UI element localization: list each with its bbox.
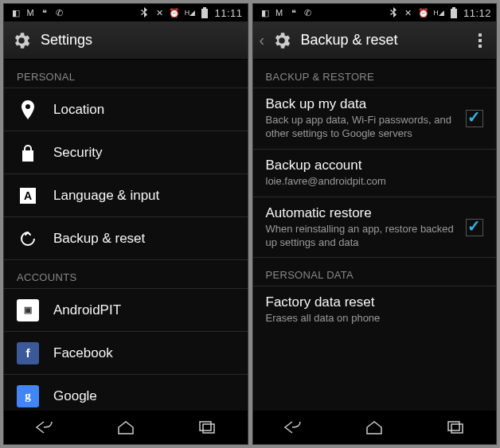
item-backup-my-data[interactable]: Back up my data Back up app data, Wi-Fi …: [253, 88, 497, 150]
item-factory-reset[interactable]: Factory data reset Erases all data on ph…: [253, 286, 497, 333]
account-icon: f: [17, 342, 39, 364]
svg-rect-7: [451, 9, 457, 18]
item-label: Language & input: [53, 188, 235, 204]
item-label: Facebook: [53, 345, 235, 361]
status-bar: ◧ M ❝ ✆ ✕ ⏰ H◢ 11:11: [4, 4, 248, 21]
signal-icon: H◢: [184, 7, 195, 18]
bluetooth-icon: [388, 7, 399, 18]
item-label: Automatic restore: [266, 205, 467, 221]
item-label: Security: [53, 145, 235, 161]
settings-gear-icon[interactable]: [271, 29, 293, 52]
back-button[interactable]: [27, 416, 62, 438]
item-sublabel: loie.favre@androidpit.com: [266, 175, 484, 189]
vibrate-icon: ✕: [154, 7, 165, 18]
section-header-accounts: ACCOUNTS: [4, 260, 248, 289]
clock: 11:11: [214, 7, 242, 19]
svg-rect-4: [200, 422, 211, 430]
status-gmail-icon: M: [274, 7, 285, 18]
bluetooth-icon: [139, 7, 150, 18]
item-account-facebook[interactable]: f Facebook: [4, 332, 248, 375]
checkbox-backup-data[interactable]: [466, 110, 483, 127]
status-notification-icon: ◧: [10, 7, 21, 18]
status-bar: ◧ M ❝ ✆ ✕ ⏰ H◢ 11:12: [253, 4, 497, 21]
battery-icon: [448, 7, 459, 18]
recent-apps-button[interactable]: [189, 416, 225, 438]
svg-rect-1: [201, 9, 208, 18]
page-title: Backup & reset: [301, 32, 471, 49]
item-label: Google: [53, 388, 235, 404]
item-account-androidpit[interactable]: ▣ AndroidPIT: [4, 289, 248, 332]
item-sublabel: Back up app data, Wi-Fi passwords, and o…: [266, 114, 467, 141]
section-header-personal: PERSONAL: [4, 60, 248, 88]
back-button[interactable]: [275, 416, 311, 438]
item-label: Factory data reset: [266, 294, 484, 310]
item-label: Back up my data: [266, 96, 467, 112]
status-notification-icon: ◧: [260, 7, 271, 18]
item-label: Backup & reset: [53, 231, 235, 247]
action-bar: Settings: [4, 21, 248, 60]
backup-icon: [17, 228, 39, 250]
item-location[interactable]: Location: [4, 88, 248, 131]
svg-rect-8: [448, 422, 459, 430]
section-header-backup-restore: BACKUP & RESTORE: [253, 60, 497, 88]
nav-bar: [4, 411, 248, 444]
item-sublabel: When reinstalling an app, restore backed…: [266, 223, 467, 250]
status-hangouts-icon: ❝: [39, 7, 50, 18]
vibrate-icon: ✕: [403, 7, 414, 18]
item-label: Location: [53, 102, 235, 118]
account-icon: ▣: [17, 299, 39, 321]
home-button[interactable]: [108, 416, 143, 438]
svg-rect-5: [203, 424, 214, 433]
action-bar: ‹ Backup & reset: [253, 21, 497, 60]
location-pin-icon: [17, 99, 39, 121]
section-header-personal-data: PERSONAL DATA: [253, 258, 497, 286]
language-icon: A: [17, 185, 39, 207]
back-caret-icon[interactable]: ‹: [260, 31, 269, 49]
item-label: Backup account: [266, 158, 484, 173]
phone-settings: ◧ M ❝ ✆ ✕ ⏰ H◢ 11:11 Settings PERSONAL: [3, 3, 248, 445]
alarm-icon: ⏰: [169, 7, 180, 18]
settings-list: PERSONAL Location Security A Language & …: [4, 60, 248, 411]
item-backup-reset[interactable]: Backup & reset: [4, 217, 248, 260]
status-call-icon: ✆: [303, 7, 314, 18]
page-title: Settings: [41, 32, 241, 49]
svg-rect-9: [451, 424, 463, 433]
item-security[interactable]: Security: [4, 131, 248, 174]
settings-gear-icon: [10, 29, 33, 52]
status-hangouts-icon: ❝: [288, 7, 299, 18]
item-label: AndroidPIT: [53, 302, 235, 318]
nav-bar: [253, 411, 497, 444]
backup-list: BACKUP & RESTORE Back up my data Back up…: [253, 60, 497, 411]
phone-backup-reset: ◧ M ❝ ✆ ✕ ⏰ H◢ 11:12 ‹ Backup & reset BA…: [252, 3, 498, 445]
signal-icon: H◢: [433, 7, 444, 18]
clock: 11:12: [463, 7, 491, 19]
item-sublabel: Erases all data on phone: [266, 312, 484, 325]
item-automatic-restore[interactable]: Automatic restore When reinstalling an a…: [253, 197, 497, 259]
status-call-icon: ✆: [53, 7, 64, 18]
recent-apps-button[interactable]: [438, 416, 473, 438]
alarm-icon: ⏰: [418, 7, 429, 18]
home-button[interactable]: [357, 416, 392, 438]
account-icon: g: [17, 385, 39, 407]
item-backup-account[interactable]: Backup account loie.favre@androidpit.com: [253, 150, 497, 197]
svg-rect-0: [203, 7, 206, 9]
item-language[interactable]: A Language & input: [4, 174, 248, 217]
status-gmail-icon: M: [25, 7, 36, 18]
checkbox-auto-restore[interactable]: [466, 219, 483, 236]
battery-icon: [199, 7, 210, 18]
item-account-google[interactable]: g Google: [4, 375, 248, 411]
overflow-menu-button[interactable]: [471, 33, 490, 48]
svg-text:A: A: [24, 189, 32, 202]
svg-rect-6: [452, 7, 455, 9]
lock-icon: [17, 142, 39, 164]
